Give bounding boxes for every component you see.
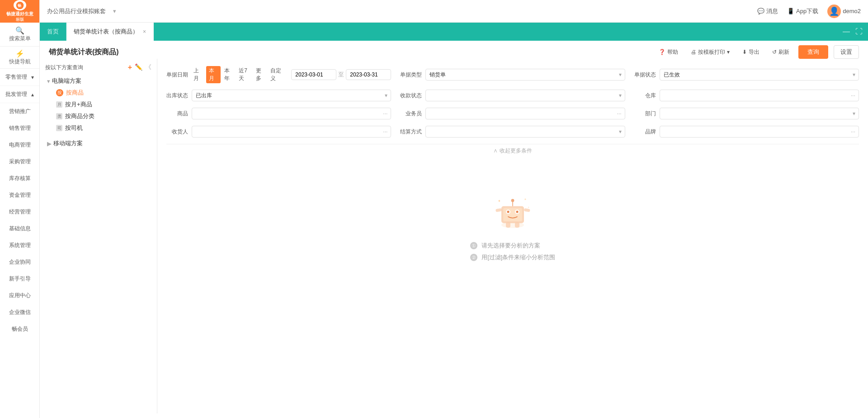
wholesale-chevron: ▴ [31, 91, 34, 98]
date-from-input[interactable] [291, 69, 336, 80]
doc-status-input[interactable] [660, 69, 859, 81]
date-tab-last-month[interactable]: 上月 [192, 66, 204, 83]
tab-home[interactable]: 首页 [40, 23, 66, 41]
date-label: 单据日期 [166, 71, 192, 79]
warehouse-input[interactable] [660, 90, 859, 101]
consignee-label: 收货人 [166, 128, 192, 136]
sidebar-app-center[interactable]: 应用中心 [0, 287, 39, 304]
empty-state-text: ① 请先选择要分析的方案 ② 用[过滤]条件来缩小分析范围 [470, 240, 556, 263]
workspace-dropdown-icon[interactable]: ▾ [113, 8, 116, 14]
sidebar-quick-nav[interactable]: ⚡ 快捷导航 [0, 47, 39, 69]
collapse-chevron-icon: ∧ [493, 147, 498, 154]
filter-brand-item: 品牌 ··· [634, 126, 859, 138]
svg-rect-11 [495, 208, 502, 212]
receipt-status-input[interactable] [425, 90, 625, 101]
tab-bar: 首页 销货单统计表（按商品） × — ⛶ [40, 23, 868, 41]
sidebar-search[interactable]: 🔍 搜索菜单 [0, 23, 39, 47]
export-btn[interactable]: ⬇ 导出 [739, 47, 763, 58]
download-btn[interactable]: 📱 App下载 [787, 7, 818, 15]
date-tab-custom[interactable]: 自定义 [269, 66, 286, 83]
download-icon: 📱 [787, 8, 794, 14]
brand-label: 品牌 [634, 128, 660, 136]
date-tab-more[interactable]: 更多 [254, 66, 267, 83]
inventory-label: 库存核算 [9, 175, 31, 182]
collapse-bar[interactable]: ∧ 收起更多条件 [166, 144, 859, 157]
sidebar-sales[interactable]: 销售管理 [0, 120, 39, 137]
payment-label: 结算方式 [400, 128, 425, 136]
product-input[interactable] [192, 108, 391, 119]
department-input[interactable] [660, 108, 859, 119]
top-header: 办公用品行业模拟账套 ▾ 💬 消息 📱 App下载 👤 demo2 [40, 0, 868, 23]
date-tab-this-month[interactable]: 本月 [206, 66, 221, 83]
sidebar-retail[interactable]: 零售管理 ▾ [0, 69, 39, 86]
tab-minimize-icon[interactable]: — [841, 26, 852, 38]
sidebar-purchase[interactable]: 采购管理 [0, 153, 39, 170]
filter-product-item: 商品 ··· [166, 108, 391, 119]
tab-close-icon[interactable]: × [143, 28, 146, 35]
sidebar-marketing[interactable]: 营销推广 [0, 103, 39, 120]
tab-sales-stats-label: 销货单统计表（按商品） [74, 28, 138, 36]
out-status-input[interactable] [192, 90, 391, 101]
sidebar-wechat[interactable]: 企业微信 [0, 304, 39, 321]
date-tab-7days[interactable]: 近7天 [237, 66, 252, 83]
tree-node-by-month-product[interactable]: 月 按月+商品 [52, 99, 153, 110]
basic-info-label: 基础信息 [9, 225, 31, 233]
warehouse-label: 仓库 [634, 92, 660, 100]
filter-doc-type-item: 单据类型 ▾ [400, 69, 625, 81]
search-menu-label: 搜索菜单 [9, 35, 31, 42]
print-btn[interactable]: 🖨 按模板打印 ▾ [687, 47, 733, 58]
sidebar-tutorial[interactable]: 新手引导 [0, 271, 39, 287]
payment-input[interactable] [425, 126, 625, 138]
filter-row-4: 收货人 ··· 结算方式 ▾ [166, 126, 859, 138]
by-month-label: 按月+商品 [65, 100, 92, 109]
date-to-input[interactable] [346, 69, 391, 80]
date-tab-this-year[interactable]: 本年 [222, 66, 235, 83]
sidebar-inventory[interactable]: 库存核算 [0, 170, 39, 187]
filter-department-item: 部门 ▾ [634, 108, 859, 119]
consignee-input[interactable] [192, 126, 391, 138]
refresh-btn[interactable]: ↺ 刷新 [769, 47, 793, 58]
query-button[interactable]: 查询 [798, 45, 828, 59]
sidebar-ecommerce[interactable]: 电商管理 [0, 137, 39, 153]
tree-node-by-category[interactable]: 类 按商品分类 [52, 110, 153, 122]
purchase-label: 采购管理 [9, 158, 31, 166]
app-logo[interactable]: 畅 畅捷通好生意 标版 [0, 0, 39, 23]
tip1-icon: ① [470, 242, 477, 249]
tree-mobile-group[interactable]: ▶ 移动端方案 [43, 138, 153, 149]
filter-panel: 单据日期 上月 本月 本年 近7天 更多 自定义 [157, 59, 868, 413]
help-btn[interactable]: ❓ 帮助 [655, 47, 682, 58]
doc-type-input[interactable] [425, 69, 625, 81]
sidebar-finance[interactable]: 资金管理 [0, 187, 39, 204]
collapse-panel-btn[interactable]: 《 [145, 63, 151, 71]
edit-scheme-btn[interactable]: ✏️ [135, 63, 142, 71]
brand-input[interactable] [660, 126, 859, 138]
messages-btn[interactable]: 💬 消息 [757, 7, 778, 15]
filter-salesperson-item: 业务员 ··· [400, 108, 625, 119]
salesperson-input[interactable] [425, 108, 625, 119]
print-icon: 🖨 [691, 49, 696, 55]
sidebar-basic-info[interactable]: 基础信息 [0, 220, 39, 237]
settings-button[interactable]: 设置 [834, 45, 859, 59]
sidebar-system[interactable]: 系统管理 [0, 237, 39, 254]
wechat-label: 企业微信 [9, 309, 31, 316]
sidebar-operations[interactable]: 经营管理 [0, 204, 39, 220]
ecommerce-label: 电商管理 [9, 141, 31, 149]
tree-node-by-product[interactable]: 按 按商品 [52, 87, 153, 99]
tab-maximize-icon[interactable]: ⛶ [854, 26, 864, 38]
by-product-icon: 按 [56, 89, 63, 96]
sales-label: 销售管理 [9, 124, 31, 132]
tree-mobile-expand-icon: ▶ [47, 140, 52, 147]
svg-point-7 [507, 211, 509, 213]
sidebar-enterprise[interactable]: 企业协同 [0, 254, 39, 271]
svg-point-8 [516, 211, 519, 213]
filter-receipt-status-item: 收款状态 ▾ [400, 90, 625, 101]
add-scheme-btn[interactable]: + [128, 63, 132, 71]
tab-sales-stats[interactable]: 销货单统计表（按商品） × [66, 23, 154, 41]
user-btn[interactable]: 👤 demo2 [827, 5, 861, 18]
scheme-title: 按以下方案查询 [45, 64, 83, 71]
sidebar-member[interactable]: 畅会员 [0, 321, 39, 337]
filter-warehouse-item: 仓库 ··· [634, 90, 859, 101]
tree-pc-group[interactable]: ▾ 电脑端方案 [43, 75, 153, 87]
tree-node-by-scanner[interactable]: 司 按司机 [52, 122, 153, 134]
sidebar-wholesale[interactable]: 批发管理 ▴ [0, 86, 39, 103]
